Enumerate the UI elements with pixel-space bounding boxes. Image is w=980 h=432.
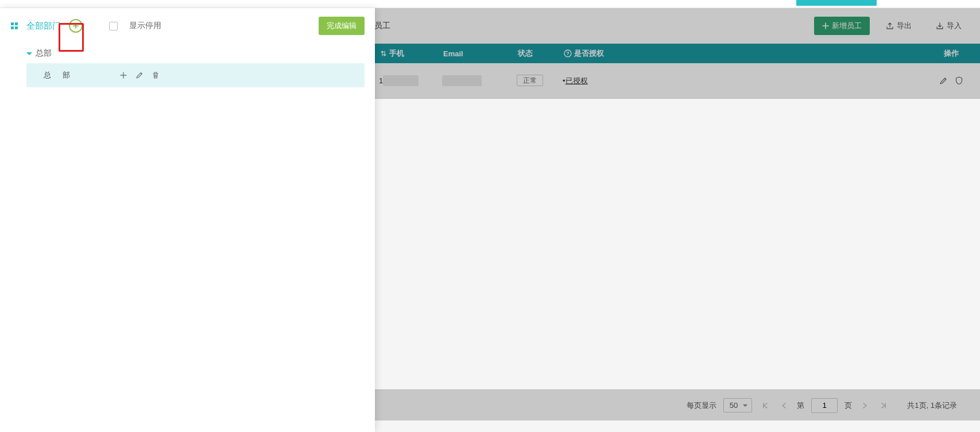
th-email[interactable]: Email [437, 49, 512, 58]
per-page-label: 每页显示 [687, 400, 716, 411]
per-page-select[interactable]: 50 [723, 398, 752, 412]
add-child-icon[interactable] [119, 71, 127, 79]
auth-link[interactable]: 已授权 [563, 76, 588, 85]
import-icon [936, 22, 944, 30]
tree-root-node[interactable]: 总部 [10, 46, 365, 61]
caret-down-icon[interactable] [26, 52, 32, 58]
department-tree: 总部 总 部 [0, 44, 375, 90]
th-status[interactable]: 状态 [512, 48, 558, 59]
all-departments-label[interactable]: 全部部门 [26, 21, 61, 32]
show-disabled-checkbox[interactable] [109, 22, 118, 30]
department-panel: 全部部门 显示停用 完成编辑 总部 总 部 [0, 8, 375, 432]
top-strip [0, 0, 980, 8]
export-button[interactable]: 导出 [878, 17, 920, 35]
redacted-email: xxxxx [442, 75, 482, 86]
th-phone[interactable]: 手机 [374, 48, 437, 59]
tree-child-node[interactable]: 总 部 [26, 63, 365, 87]
redacted-phone: xxxx [383, 75, 419, 86]
svg-text:?: ? [566, 51, 570, 56]
delete-node-icon[interactable] [152, 71, 160, 79]
prev-page-icon[interactable] [778, 402, 790, 410]
cell-phone: 1xxxx [373, 76, 436, 85]
toolbar-title: 员工 [374, 21, 390, 31]
cell-status: 正常 [511, 76, 557, 86]
edit-icon[interactable] [939, 76, 948, 85]
cell-email: xxxxx [436, 76, 511, 85]
import-button[interactable]: 导入 [928, 17, 970, 35]
sort-icon [380, 50, 387, 57]
add-root-department-button[interactable] [69, 19, 83, 33]
next-page-icon[interactable] [859, 402, 870, 410]
help-icon: ? [564, 49, 572, 57]
export-icon [886, 22, 894, 30]
tree-node-label: 总 部 [44, 70, 75, 80]
grid-icon [10, 22, 18, 30]
page-suffix: 页 [845, 400, 852, 411]
shield-icon[interactable] [955, 76, 963, 85]
page-prefix: 第 [797, 400, 804, 411]
add-employee-button[interactable]: 新增员工 [814, 17, 870, 35]
export-label: 导出 [897, 21, 912, 31]
pagination-bar: 每页显示 50 第 页 共1页, 1条记录 [374, 389, 980, 421]
tree-root-label: 总部 [36, 48, 52, 59]
plus-icon [822, 22, 829, 29]
cell-action [923, 76, 980, 85]
svg-rect-2 [11, 22, 14, 25]
import-label: 导入 [947, 21, 962, 31]
page-number-input[interactable] [811, 398, 838, 413]
svg-rect-5 [15, 26, 18, 29]
edit-node-icon[interactable] [135, 71, 144, 79]
finish-edit-button[interactable]: 完成编辑 [319, 17, 365, 35]
first-page-icon[interactable] [759, 402, 772, 410]
pagination-summary: 共1页, 1条记录 [907, 400, 957, 411]
add-employee-label: 新增员工 [832, 21, 862, 31]
top-accent-bar [796, 0, 877, 6]
last-page-icon[interactable] [877, 402, 890, 410]
svg-rect-3 [15, 22, 18, 25]
cell-auth: 已授权 [557, 76, 798, 86]
show-disabled-label: 显示停用 [129, 21, 161, 31]
status-badge: 正常 [517, 75, 543, 86]
th-action: 操作 [923, 48, 980, 59]
panel-header: 全部部门 显示停用 完成编辑 [0, 8, 375, 44]
th-auth[interactable]: ? 是否授权 [558, 48, 799, 59]
svg-rect-4 [11, 26, 14, 29]
